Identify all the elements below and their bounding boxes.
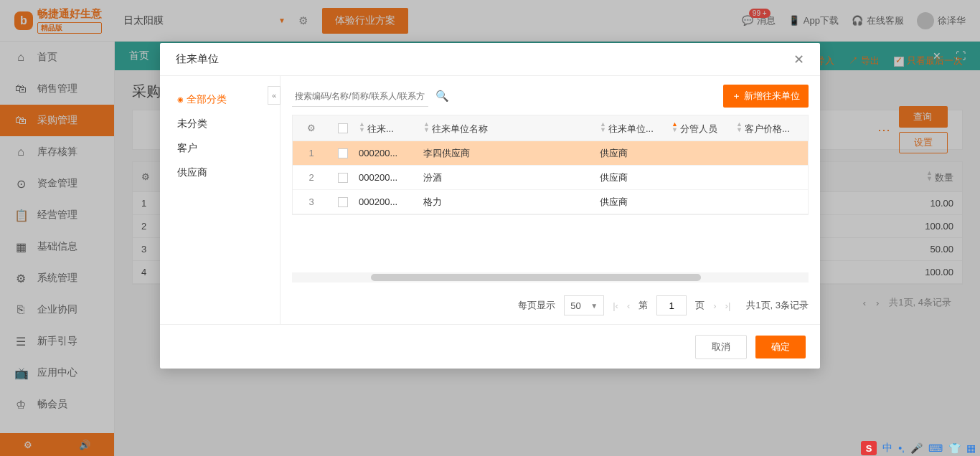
h-scrollbar[interactable] — [292, 272, 809, 282]
col-person[interactable]: ▲▼分管人员 — [672, 121, 736, 136]
modal-footer: 取消 确定 — [160, 324, 820, 369]
category-all[interactable]: 全部分类 — [160, 87, 280, 112]
modal-table: ⚙ ▲▼往来... ▲▼往来单位名称 ▲▼往来单位... ▲▼分管人员 ▲▼客户… — [292, 115, 809, 215]
page-input[interactable] — [656, 295, 687, 315]
row-checkbox[interactable] — [338, 173, 348, 183]
close-icon[interactable]: ✕ — [793, 52, 804, 67]
search-input[interactable] — [292, 85, 428, 107]
add-unit-button[interactable]: ＋ 新增往来单位 — [723, 85, 809, 108]
table-header: ⚙ ▲▼往来... ▲▼往来单位名称 ▲▼往来单位... ▲▼分管人员 ▲▼客户… — [293, 115, 808, 141]
gear-icon[interactable]: ⚙ — [293, 123, 330, 133]
page-prev-icon[interactable]: ‹ — [627, 300, 630, 311]
ok-button[interactable]: 确定 — [755, 336, 806, 358]
cancel-button[interactable]: 取消 — [695, 335, 747, 359]
table-row[interactable]: 1000200...李四供应商供应商 — [293, 141, 808, 166]
table-row[interactable]: 2000200...汾酒供应商 — [293, 166, 808, 190]
ime-toolbox-icon[interactable]: ▦ — [966, 442, 976, 454]
page-summary: 共1页, 3条记录 — [746, 299, 809, 312]
col-price[interactable]: ▲▼客户价格... — [736, 121, 808, 136]
search-icon[interactable]: 🔍 — [435, 90, 449, 103]
category-item[interactable]: 未分类 — [160, 112, 280, 136]
ime-logo-icon[interactable]: S — [861, 441, 877, 455]
per-page-select[interactable]: 50▼ — [564, 295, 604, 315]
modal-header: 往来单位 ✕ — [160, 43, 820, 76]
page-first-icon[interactable]: |‹ — [613, 300, 618, 311]
col-type[interactable]: ▲▼往来单位... — [600, 121, 672, 136]
col-name[interactable]: ▲▼往来单位名称 — [423, 121, 600, 136]
ime-skin-icon[interactable]: 👕 — [948, 442, 961, 454]
row-checkbox[interactable] — [338, 197, 348, 207]
chevron-down-icon: ▼ — [590, 302, 598, 310]
modal-sidebar: 全部分类 未分类客户供应商 « — [160, 76, 281, 324]
select-all-checkbox[interactable] — [338, 123, 348, 133]
ime-mic-icon[interactable]: 🎤 — [910, 442, 923, 454]
modal-main: 🔍 ＋ 新增往来单位 ⚙ ▲▼往来... ▲▼往来单位名称 ▲▼往来单位... … — [281, 76, 820, 324]
per-page-label: 每页显示 — [518, 299, 555, 312]
col-code[interactable]: ▲▼往来... — [359, 121, 423, 136]
row-checkbox[interactable] — [338, 148, 348, 158]
modal-pagination: 每页显示 50▼ |‹ ‹ 第 页 › ›| 共1页, 3条记录 — [292, 295, 809, 315]
unit-modal: 往来单位 ✕ 全部分类 未分类客户供应商 « 🔍 ＋ 新增往来单位 ⚙ — [160, 43, 820, 369]
table-row[interactable]: 3000200...格力供应商 — [293, 190, 808, 214]
ime-bar: S 中 •, 🎤 ⌨ 👕 ▦ — [857, 440, 980, 456]
modal-title: 往来单位 — [176, 52, 219, 66]
category-item[interactable]: 供应商 — [160, 161, 280, 185]
collapse-icon[interactable]: « — [268, 86, 281, 105]
ime-punct-icon[interactable]: •, — [898, 442, 905, 454]
page-last-icon[interactable]: ›| — [725, 300, 731, 311]
category-item[interactable]: 客户 — [160, 136, 280, 161]
ime-keyboard-icon[interactable]: ⌨ — [928, 442, 943, 454]
ime-lang[interactable]: 中 — [882, 442, 892, 455]
page-next-icon[interactable]: › — [713, 300, 716, 311]
scrollbar-thumb[interactable] — [371, 274, 701, 281]
modal-overlay: 往来单位 ✕ 全部分类 未分类客户供应商 « 🔍 ＋ 新增往来单位 ⚙ — [0, 0, 980, 456]
